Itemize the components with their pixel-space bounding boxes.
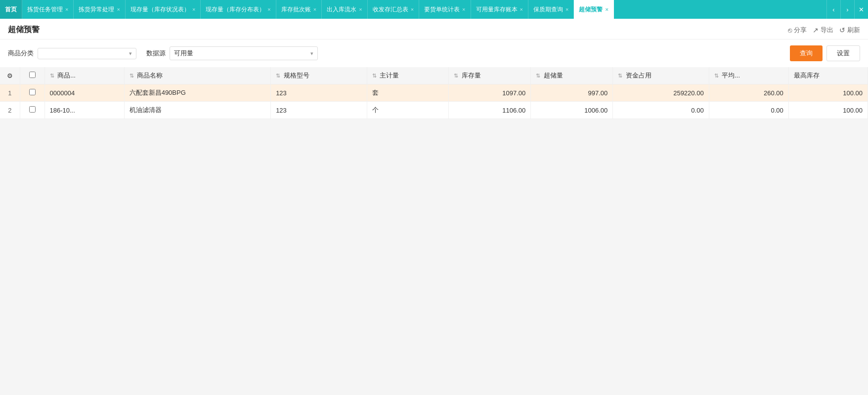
nav-item-home[interactable]: 首页 [0,0,22,19]
close-icon[interactable]: × [117,6,120,12]
nav-item-avail-ledger[interactable]: 可用量库存账本 × [471,0,528,19]
close-icon[interactable]: × [359,6,362,12]
col-unit[interactable]: ⇅ 主计量 [367,67,449,84]
col-capital-label: 资金占用 [626,72,651,79]
row-checkbox[interactable] [29,106,36,113]
nav-label-pkl-task: 拣货任务管理 [27,5,63,14]
category-select[interactable]: ▾ [38,48,136,59]
nav-item-pkl-abnormal[interactable]: 拣货异常处理 × [74,0,125,19]
nav-arrow-left[interactable]: ‹ [826,0,840,19]
col-overstock[interactable]: ⇅ 超储量 [531,67,613,84]
row-avg: 260.00 [709,84,788,102]
row-name: 六配套新昌490BPG [124,84,270,102]
nav-label-pkl-abnormal: 拣货异常处理 [79,5,114,14]
gear-icon: ⚙ [7,72,13,79]
row-spec: 123 [271,84,367,102]
close-icon[interactable]: × [605,6,608,12]
datasource-filter: 数据源 可用量 ▾ [146,46,318,60]
col-capital[interactable]: ⇅ 资金占用 [613,67,709,84]
row-unit: 套 [367,84,449,102]
export-label: 导出 [821,26,833,35]
sort-icon: ⇅ [618,73,622,79]
close-icon[interactable]: × [565,6,568,12]
close-icon[interactable]: × [65,6,68,12]
nav-arrow-close[interactable]: ✕ [854,0,868,19]
row-avg: 0.00 [709,102,788,119]
close-icon[interactable]: × [411,6,414,12]
row-index: 2 [0,102,20,119]
share-icon: ⎋ [788,26,792,34]
close-icon[interactable]: × [313,6,316,12]
close-icon[interactable]: × [192,6,195,12]
nav-label-overstock: 超储预警 [579,5,603,14]
nav-label-batch-account: 库存批次账 [281,5,311,14]
nav-label-inventory-status: 现存量（库存状况表） [130,5,190,14]
export-button[interactable]: ↗ 导出 [813,26,833,35]
datasource-select[interactable]: 可用量 ▾ [170,46,318,60]
row-index: 1 [0,84,20,102]
col-stock-label: 库存量 [462,72,481,79]
sort-icon: ⇅ [372,73,377,79]
refresh-label: 刷新 [847,26,860,35]
col-spec[interactable]: ⇅ 规格型号 [271,67,367,84]
page-header: 超储预警 ⎋ 分享 ↗ 导出 ↺ 刷新 [0,19,868,40]
col-code[interactable]: ⇅ 商品... [44,67,124,84]
header-actions: ⎋ 分享 ↗ 导出 ↺ 刷新 [788,26,860,35]
col-stock[interactable]: ⇅ 库存量 [449,67,531,84]
nav-label-avail-ledger: 可用量库存账本 [476,5,518,14]
nav-label-inventory-dist: 现存量（库存分布表） [206,5,265,14]
col-name[interactable]: ⇅ 商品名称 [124,67,270,84]
nav-arrows: ‹ › ✕ [826,0,868,19]
chevron-down-icon: ▾ [310,50,313,57]
nav-label-expiry: 保质期查询 [533,5,563,14]
nav-item-recv-send[interactable]: 收发存汇总表 × [368,0,419,19]
row-overstock: 1006.00 [531,102,613,119]
row-checkbox-cell[interactable] [20,102,44,119]
filter-buttons: 查询 设置 [790,45,860,61]
share-button[interactable]: ⎋ 分享 [788,26,807,35]
sort-icon: ⇅ [50,73,54,79]
nav-item-order-stat[interactable]: 要货单统计表 × [419,0,471,19]
refresh-button[interactable]: ↺ 刷新 [839,26,860,35]
nav-item-expiry[interactable]: 保质期查询 × [528,0,574,19]
category-label: 商品分类 [8,49,34,58]
export-icon: ↗ [813,26,819,34]
select-all-checkbox[interactable] [29,72,36,78]
nav-item-batch-account[interactable]: 库存批次账 × [276,0,322,19]
row-spec: 123 [271,102,367,119]
settings-button[interactable]: 设置 [826,45,860,61]
close-icon[interactable]: × [267,6,270,12]
table-row: 1 0000004 六配套新昌490BPG 123 套 1097.00 997.… [0,84,868,102]
nav-item-pkl-task[interactable]: 拣货任务管理 × [22,0,74,19]
col-maxstock[interactable]: 最高库存 [788,67,868,84]
sort-icon: ⇅ [536,73,540,79]
refresh-icon: ↺ [839,26,845,34]
row-code: 186-10... [44,102,124,119]
close-icon[interactable]: × [462,6,465,12]
nav-item-inventory-dist[interactable]: 现存量（库存分布表） × [201,0,276,19]
chevron-down-icon: ▾ [129,50,132,57]
col-checkbox[interactable] [20,67,44,84]
col-unit-label: 主计量 [380,72,399,79]
query-button[interactable]: 查询 [790,45,823,61]
nav-item-overstock[interactable]: 超储预警 × [574,0,613,19]
col-settings[interactable]: ⚙ [0,67,20,84]
datasource-label: 数据源 [146,49,166,58]
row-code: 0000004 [44,84,124,102]
table-row: 2 186-10... 机油滤清器 123 个 1106.00 1006.00 … [0,102,868,119]
nav-item-inout-flow[interactable]: 出入库流水 × [322,0,367,19]
nav-arrow-right[interactable]: › [840,0,854,19]
row-maxstock: 100.00 [788,84,868,102]
row-maxstock: 100.00 [788,102,868,119]
row-name: 机油滤清器 [124,102,270,119]
close-icon[interactable]: × [520,6,523,12]
nav-label-recv-send: 收发存汇总表 [373,5,408,14]
row-checkbox[interactable] [29,89,36,95]
col-avg[interactable]: ⇅ 平均... [709,67,788,84]
col-overstock-label: 超储量 [544,72,563,79]
row-checkbox-cell[interactable] [20,84,44,102]
top-nav: 首页 拣货任务管理 × 拣货异常处理 × 现存量（库存状况表） × 现存量（库存… [0,0,868,19]
row-stock: 1097.00 [449,84,531,102]
sort-icon: ⇅ [714,73,719,79]
nav-item-inventory-status[interactable]: 现存量（库存状况表） × [126,0,201,19]
